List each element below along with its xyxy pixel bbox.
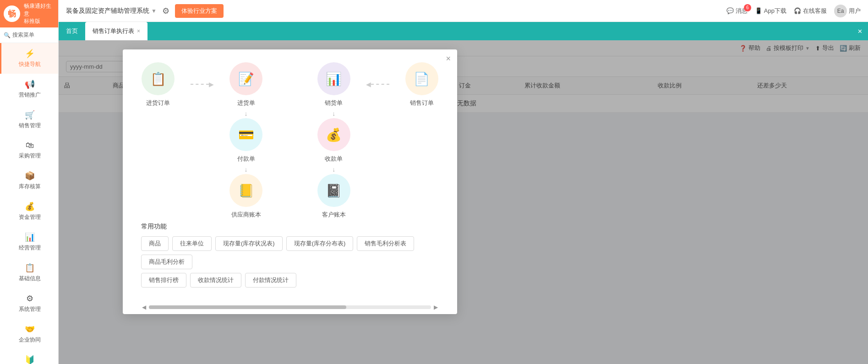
tab-close-icon[interactable]: × [137, 28, 140, 34]
purchase-order-circle: 📋 [142, 62, 175, 95]
tab-sales-order-exec[interactable]: 销售订单执行表 × [85, 22, 147, 40]
supplier-ledger-circle: 📒 [229, 174, 262, 207]
common-functions: 常用功能 商品 往来单位 现存量(库存状况表) 现存量(库存分布表) 销售毛利分… [123, 223, 457, 300]
app-download-icon: 📱 [755, 7, 762, 14]
quick-nav-icon: ⚡ [25, 49, 35, 59]
logo-text: 畅康通好生意 标推版 [24, 2, 55, 25]
logo-icon: 畅 [4, 5, 20, 22]
sales-order-circle: 📊 [317, 62, 350, 95]
sidebar-search[interactable]: 🔍 搜索菜单 [0, 27, 58, 43]
flow-node-supplier-ledger[interactable]: 📒 供应商账本 [229, 174, 262, 219]
user-avatar: Ea [834, 5, 847, 17]
sidebar-item-inventory[interactable]: 📦 库存核算 [0, 165, 58, 196]
tab-home[interactable]: 首页 [59, 22, 85, 40]
purchase-receipt-circle: 📝 [229, 62, 262, 95]
modal-overlay[interactable]: × 📋 进货订单 [59, 40, 868, 364]
sidebar-item-newbie[interactable]: 🔰 新手引导 [0, 349, 58, 364]
user-menu[interactable]: Ea 用户 [834, 5, 861, 17]
scroll-left-btn[interactable]: ◀ [141, 304, 147, 310]
purchase-icon: 🛍 [26, 141, 34, 150]
supplier-ledger-label: 供应商账本 [231, 211, 261, 219]
flow-node-customer-ledger[interactable]: 📓 客户账本 [317, 174, 350, 219]
flow-node-sales-order-doc[interactable]: 📄 销售订单 [405, 62, 438, 107]
flow-node-receipt[interactable]: 💰 收款单 [317, 118, 350, 163]
system-icon: ⚙ [26, 293, 33, 304]
func-btn-sales-ranking[interactable]: 销售排行榜 [141, 273, 186, 288]
func-btn-sales-profit[interactable]: 销售毛利分析表 [357, 236, 414, 251]
receipt-label: 收款单 [325, 155, 343, 163]
func-btn-product[interactable]: 商品 [141, 236, 169, 251]
sidebar-item-enterprise[interactable]: 🤝 企业协同 [0, 319, 58, 349]
experience-btn[interactable]: 体验行业方案 [175, 4, 224, 18]
customer-ledger-icon: 📓 [326, 183, 342, 198]
app-download-btn[interactable]: 📱 App下载 [755, 7, 786, 15]
purchase-receipt-icon: 📝 [238, 71, 254, 87]
func-btn-stock-status[interactable]: 现存量(库存状况表) [215, 236, 283, 251]
payment-icon: 💳 [238, 127, 254, 142]
purchase-order-icon: 📋 [150, 71, 166, 87]
message-badge: 6 [744, 4, 751, 11]
down-arrow-payment: ↓ [229, 166, 262, 173]
sales-order-label: 销货单 [325, 99, 343, 107]
system-title[interactable]: 装备及固定资产辅助管理系统 ▼ [66, 7, 157, 15]
purchase-order-label: 进货订单 [146, 99, 170, 107]
func-btn-receipt-stats[interactable]: 收款情况统计 [190, 273, 241, 288]
topbar: 装备及固定资产辅助管理系统 ▼ ⚙ 体验行业方案 💬 消息 6 📱 App下载 … [59, 0, 868, 22]
flow-node-purchase-order[interactable]: 📋 进货订单 [142, 62, 175, 107]
function-buttons-row1: 商品 往来单位 现存量(库存状况表) 现存量(库存分布表) 销售毛利分析表 商品… [141, 236, 439, 269]
func-btn-product-profit[interactable]: 商品毛利分析 [141, 255, 192, 269]
payment-label: 付款单 [237, 155, 255, 163]
common-functions-title: 常用功能 [141, 223, 439, 231]
online-service-btn[interactable]: 🎧 在线客服 [794, 7, 827, 15]
topbar-right: 💬 消息 6 📱 App下载 🎧 在线客服 Ea 用户 [726, 5, 861, 17]
customer-ledger-label: 客户账本 [322, 211, 346, 219]
newbie-icon: 🔰 [25, 355, 35, 364]
scrollbar-track[interactable] [149, 305, 431, 309]
sidebar-item-purchase[interactable]: 🛍 采购管理 [0, 135, 58, 165]
sales-order-doc-icon: 📄 [414, 71, 430, 87]
tabbar: 首页 销售订单执行表 × ✕ [59, 22, 868, 40]
customer-ledger-circle: 📓 [317, 174, 350, 207]
online-service-icon: 🎧 [794, 7, 801, 14]
inventory-icon: 📦 [25, 171, 35, 181]
receipt-circle: 💰 [317, 118, 350, 151]
modal-scrollbar: ◀ ▶ [123, 300, 457, 314]
payment-circle: 💳 [229, 118, 262, 151]
sidebar-nav: ⚡ 快捷导航 📢 营销推广 🛒 销售管理 🛍 采购管理 📦 库存核算 💰 [0, 43, 58, 364]
modal-close-btn[interactable]: × [446, 54, 451, 64]
func-btn-stock-distribution[interactable]: 现存量(库存分布表) [286, 236, 354, 251]
message-btn[interactable]: 💬 消息 6 [726, 7, 748, 15]
search-icon: 🔍 [4, 32, 11, 38]
enterprise-icon: 🤝 [25, 324, 35, 334]
sidebar-item-system[interactable]: ⚙ 系统管理 [0, 288, 58, 319]
down-arrow-receipt: ↓ [317, 166, 350, 173]
flow-node-purchase-receipt[interactable]: 📝 进货单 [229, 62, 262, 107]
func-btn-payment-stats[interactable]: 付款情况统计 [245, 273, 296, 288]
sidebar-item-sales[interactable]: 🛒 销售管理 [0, 104, 58, 135]
sales-order-icon: 📊 [326, 71, 342, 87]
sidebar-item-finance[interactable]: 💰 资金管理 [0, 196, 58, 227]
close-all-tabs-btn[interactable]: ✕ [857, 28, 868, 35]
down-arrow-purchase: ↓ [229, 110, 262, 117]
purchase-receipt-label: 进货单 [237, 99, 255, 107]
sidebar-item-basic-info[interactable]: 📋 基础信息 [0, 257, 58, 288]
sidebar-item-quick-nav[interactable]: ⚡ 快捷导航 [0, 43, 58, 74]
flow-node-payment[interactable]: 💳 付款单 [229, 118, 262, 163]
marketing-icon: 📢 [25, 79, 35, 89]
arrow-4-3: ◀ [366, 62, 389, 88]
arrow-1-2: ▶ [191, 62, 214, 88]
scrollbar-arrows: ◀ ▶ [141, 304, 439, 310]
receipt-icon: 💰 [326, 127, 342, 142]
settings-gear-icon[interactable]: ⚙ [162, 6, 169, 16]
func-btn-contacts[interactable]: 往来单位 [172, 236, 212, 251]
basic-info-icon: 📋 [25, 263, 35, 273]
scroll-right-btn[interactable]: ▶ [433, 304, 439, 310]
function-buttons-row2: 销售排行榜 收款情况统计 付款情况统计 [141, 273, 439, 288]
main-area: 装备及固定资产辅助管理系统 ▼ ⚙ 体验行业方案 💬 消息 6 📱 App下载 … [59, 0, 868, 364]
sales-order-doc-circle: 📄 [405, 62, 438, 95]
message-icon: 💬 [726, 7, 734, 14]
sidebar-item-operations[interactable]: 📊 经营管理 [0, 227, 58, 257]
sidebar-item-marketing[interactable]: 📢 营销推广 [0, 74, 58, 104]
app-logo: 畅 畅康通好生意 标推版 [0, 0, 58, 27]
flow-node-sales-order[interactable]: 📊 销货单 [317, 62, 350, 107]
